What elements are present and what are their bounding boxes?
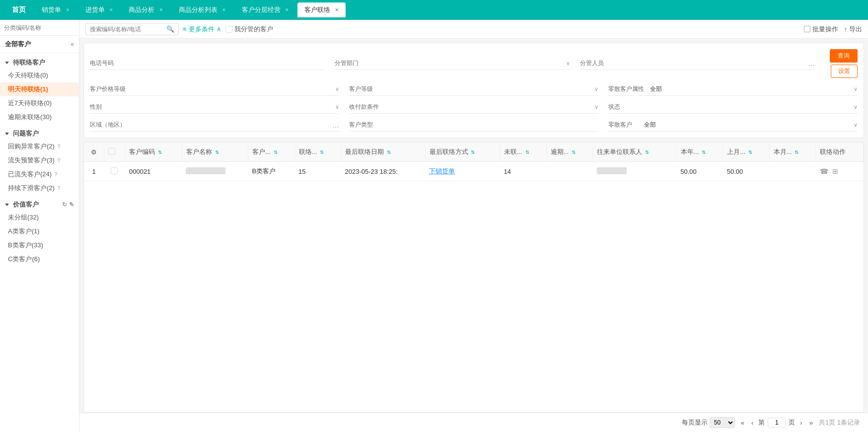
customer-level-dropdown-icon[interactable]: ∨ — [594, 86, 598, 92]
price-level-dropdown-icon[interactable]: ∨ — [335, 86, 339, 92]
sidebar-item-ungrouped[interactable]: 未分组(32) — [0, 211, 79, 224]
cell-last-contact-method[interactable]: 下销货单 — [425, 162, 500, 181]
sidebar-search-box[interactable]: 🔍 — [0, 20, 79, 36]
collapse-icon[interactable]: « — [71, 41, 74, 48]
sidebar-item-7day-contact[interactable]: 近7天待联络(0) — [0, 96, 79, 110]
sidebar-item-repurchase-abnormal[interactable]: 回购异常客户(2) ? — [0, 140, 79, 153]
sort-method-icon[interactable]: ⇅ — [471, 149, 475, 155]
payment-dropdown-icon[interactable]: ∨ — [594, 104, 598, 110]
col-not-contacted[interactable]: 未联... ⇅ — [500, 143, 547, 162]
last-contact-method-link[interactable]: 下销货单 — [429, 167, 455, 175]
sidebar-item-tomorrow-contact[interactable]: 明天待联络(1) — [0, 82, 79, 96]
sidebar-item-declining[interactable]: 持续下滑客户(2) ? — [0, 181, 79, 195]
close-customer-contact-tab-icon[interactable]: × — [335, 6, 339, 13]
page-size-select[interactable]: 50 100 200 — [710, 417, 735, 428]
sort-last-month-icon[interactable]: ⇅ — [748, 149, 752, 155]
search-submit-icon[interactable]: 🔍 — [166, 25, 174, 33]
all-customers-header[interactable]: 全部客户 « — [0, 36, 79, 53]
nav-tab-purchase[interactable]: 进货单 × — [78, 2, 120, 17]
sidebar-item-churned[interactable]: 已流失客户(24) ? — [0, 167, 79, 181]
filter-dept-input[interactable] — [368, 60, 570, 67]
filter-payment-input[interactable] — [383, 104, 598, 111]
refresh-value-icon[interactable]: ↻ — [62, 201, 67, 208]
settings-gear-icon[interactable]: ⚙ — [91, 148, 97, 156]
my-customers-checkbox-group[interactable]: 我分管的客户 — [225, 25, 273, 34]
col-overdue[interactable]: 逾期... ⇅ — [546, 143, 593, 162]
col-type[interactable]: 客户... ⇅ — [248, 143, 295, 162]
col-this-year[interactable]: 本年... ⇅ — [676, 143, 723, 162]
col-contacts-person[interactable]: 往来单位联系人 ⇅ — [593, 143, 677, 162]
more-filter-button[interactable]: ≡ 更多条件 ∧ — [183, 25, 221, 34]
col-settings[interactable]: ⚙ — [84, 143, 104, 162]
sort-contact-icon[interactable]: ⇅ — [320, 149, 324, 155]
my-customers-checkbox[interactable] — [225, 26, 232, 33]
search-box[interactable]: 🔍 — [85, 23, 179, 35]
page-number-input[interactable] — [768, 418, 786, 428]
nav-home[interactable]: 首页 — [5, 2, 33, 17]
sort-this-year-icon[interactable]: ⇅ — [702, 149, 706, 155]
first-page-button[interactable]: « — [739, 418, 746, 428]
nav-tab-customer-tier[interactable]: 客户分层经营 × — [235, 2, 296, 17]
col-last-contact-date[interactable]: 最后联络日期 ⇅ — [341, 143, 425, 162]
dept-dropdown-icon[interactable]: ∨ — [566, 60, 570, 67]
close-analysis-list-tab-icon[interactable]: × — [222, 6, 226, 13]
filter-gender-input[interactable] — [124, 104, 339, 111]
grid-action-icon[interactable]: ⊞ — [832, 167, 838, 175]
col-checkbox[interactable] — [104, 143, 125, 162]
sidebar-item-class-a[interactable]: A类客户(1) — [0, 224, 79, 238]
next-page-button[interactable]: › — [798, 418, 804, 428]
settings-button[interactable]: 设置 — [831, 65, 858, 78]
close-sales-tab-icon[interactable]: × — [66, 6, 70, 13]
manager-dots-icon[interactable]: … — [808, 60, 815, 68]
row-checkbox[interactable] — [111, 167, 118, 174]
filter-manager-input[interactable] — [614, 60, 815, 67]
col-last-contact-method[interactable]: 最后联络方式 ⇅ — [425, 143, 500, 162]
filter-region-input[interactable] — [130, 122, 339, 129]
col-code[interactable]: 客户编码 ⇅ — [125, 143, 182, 162]
nav-tab-analysis-list[interactable]: 商品分析列表 × — [172, 2, 233, 17]
export-button[interactable]: ↑ 导出 — [844, 25, 863, 34]
sort-not-contacted-icon[interactable]: ⇅ — [525, 149, 529, 155]
filter-phone-input[interactable] — [124, 60, 325, 67]
sidebar-item-overdue-contact[interactable]: 逾期未联络(30) — [0, 110, 79, 124]
sort-contacts-icon[interactable]: ⇅ — [645, 149, 649, 155]
sort-type-icon[interactable]: ⇅ — [274, 149, 278, 155]
retail-customer-dropdown-icon[interactable]: ∨ — [854, 122, 858, 128]
close-purchase-tab-icon[interactable]: × — [109, 6, 113, 13]
sidebar-item-class-c[interactable]: C类客户(6) — [0, 252, 79, 266]
sidebar-search-input[interactable] — [4, 24, 78, 31]
region-dots-icon[interactable]: … — [332, 121, 339, 129]
search-input[interactable] — [90, 26, 164, 33]
col-name[interactable]: 客户名称 ⇅ — [182, 143, 248, 162]
nav-tab-customer-contact[interactable]: 客户联络 × — [297, 2, 346, 17]
nav-tab-analysis[interactable]: 商品分析 × — [122, 2, 170, 17]
sort-last-date-icon[interactable]: ⇅ — [387, 149, 391, 155]
query-button[interactable]: 查询 — [830, 49, 858, 63]
close-customer-tier-tab-icon[interactable]: × — [285, 6, 289, 13]
filter-customer-level-input[interactable] — [383, 86, 598, 93]
col-this-month[interactable]: 本月... ⇅ — [769, 143, 816, 162]
sidebar-item-today-contact[interactable]: 今天待联络(0) — [0, 69, 79, 82]
select-all-checkbox[interactable] — [108, 148, 115, 155]
filter-status-input[interactable] — [642, 104, 858, 111]
retail-attr-dropdown-icon[interactable]: ∨ — [854, 86, 858, 92]
sidebar-item-class-b[interactable]: B类客户(33) — [0, 238, 79, 252]
filter-customer-type-input[interactable] — [383, 122, 598, 129]
sort-name-icon[interactable]: ⇅ — [215, 149, 219, 155]
last-page-button[interactable]: » — [807, 418, 815, 428]
prev-page-button[interactable]: ‹ — [749, 418, 755, 428]
filter-price-level-input[interactable] — [130, 86, 339, 93]
cell-checkbox[interactable] — [104, 162, 125, 181]
nav-tab-sales[interactable]: 销货单 × — [35, 2, 76, 17]
col-contact[interactable]: 联络... ⇅ — [294, 143, 341, 162]
sort-overdue-icon[interactable]: ⇅ — [572, 149, 576, 155]
gender-dropdown-icon[interactable]: ∨ — [335, 104, 339, 110]
sidebar-item-churn-warning[interactable]: 流失预警客户(3) ? — [0, 153, 79, 167]
col-last-month[interactable]: 上月... ⇅ — [723, 143, 770, 162]
sort-this-month-icon[interactable]: ⇅ — [795, 149, 798, 155]
phone-action-icon[interactable]: ☎ — [820, 167, 828, 175]
status-dropdown-icon[interactable]: ∨ — [854, 104, 858, 110]
batch-operation-button[interactable]: 批量操作 — [804, 25, 838, 34]
close-analysis-tab-icon[interactable]: × — [159, 6, 163, 13]
sort-code-icon[interactable]: ⇅ — [158, 149, 162, 155]
